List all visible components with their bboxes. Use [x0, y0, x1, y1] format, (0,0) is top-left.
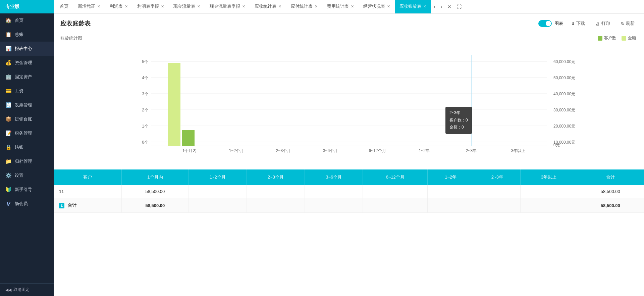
chart-legend: 客户数 金额: [598, 35, 636, 41]
sidebar-unpin-button[interactable]: ◀◀ 取消固定: [0, 283, 54, 296]
sidebar-item-label: 进销台账: [15, 116, 32, 122]
total-y3plus: [521, 198, 577, 213]
svg-text:0元: 0元: [553, 143, 560, 147]
sidebar-item-label: 首页: [15, 17, 23, 23]
settings-icon: ⚙️: [5, 172, 11, 179]
tab-receivable-age[interactable]: 应收账龄表 ✕: [395, 0, 431, 13]
svg-text:40,000.00元: 40,000.00元: [553, 92, 575, 96]
page-actions: 图表 ⬇ 下载 🖨 打印 ↻ 刷新: [538, 19, 637, 28]
tab-profit-quarterly[interactable]: 利润表季报 ✕: [132, 0, 169, 13]
tab-close-icon[interactable]: ✕: [125, 4, 128, 9]
svg-text:4个: 4个: [142, 76, 148, 80]
sidebar-item-settings[interactable]: ⚙️ 设置: [0, 168, 54, 183]
chart-toggle[interactable]: [538, 20, 552, 27]
sidebar-item-salary[interactable]: 💳 工资: [0, 84, 54, 98]
sidebar-item-label: 归档管理: [15, 158, 32, 164]
svg-text:3个: 3个: [142, 92, 148, 96]
tab-scroll-right-button[interactable]: ›: [438, 3, 445, 11]
chart-toggle-wrap: 图表: [538, 20, 563, 27]
tab-close-icon[interactable]: ✕: [197, 4, 200, 9]
svg-text:1个: 1个: [142, 124, 148, 129]
sidebar-item-archive[interactable]: 📁 归档管理: [0, 154, 54, 168]
tab-close-icon[interactable]: ✕: [161, 4, 164, 9]
tab-home[interactable]: 首页: [55, 0, 73, 13]
sidebar-item-vip[interactable]: V 畅会员: [0, 197, 54, 211]
tab-close-icon[interactable]: ✕: [97, 4, 100, 9]
vip-icon: V: [5, 201, 11, 207]
download-button[interactable]: ⬇ 下载: [569, 19, 588, 28]
col-m612: 6~12个月: [363, 169, 428, 185]
tab-scroll-left-button[interactable]: ‹: [431, 3, 438, 11]
cell-m12: [189, 185, 247, 198]
col-m23: 2~3个月: [247, 169, 305, 185]
sidebar-item-fund[interactable]: 💰 资金管理: [0, 56, 54, 70]
tab-close-icon[interactable]: ✕: [423, 4, 426, 9]
sidebar-item-reports[interactable]: 📊 报表中心: [0, 42, 54, 56]
svg-text:0个: 0个: [142, 140, 148, 145]
cell-m612: [363, 185, 428, 198]
bar-customer-0: [182, 130, 195, 146]
total-y23: [474, 198, 521, 213]
tab-operations[interactable]: 经营状况表 ✕: [359, 0, 395, 13]
reports-icon: 📊: [5, 46, 11, 52]
pin-icon: ◀◀: [5, 288, 11, 292]
assets-icon: 🏢: [5, 74, 11, 80]
chart-section: 账龄统计图 客户数 金额 5个 4个 3个 2个 1个: [54, 32, 644, 165]
svg-text:20,000.00元: 20,000.00元: [553, 124, 575, 129]
refresh-button[interactable]: ↻ 刷新: [618, 19, 637, 28]
tab-close-all-button[interactable]: ✕: [445, 3, 454, 11]
col-m36: 3~6个月: [305, 169, 363, 185]
tax-icon: 📝: [5, 130, 11, 136]
refresh-icon: ↻: [621, 21, 625, 26]
svg-text:50,000.00元: 50,000.00元: [553, 76, 575, 80]
tab-bar: 首页 新增凭证 ✕ 利润表 ✕ 利润表季报 ✕ 现金流量表 ✕ 现金流量表季报 …: [54, 0, 644, 14]
tab-close-icon[interactable]: ✕: [278, 4, 281, 9]
tab-close-icon[interactable]: ✕: [315, 4, 318, 9]
total-m12: [189, 198, 247, 213]
tab-new-voucher[interactable]: 新增凭证 ✕: [73, 0, 105, 13]
main-area: 首页 新增凭证 ✕ 利润表 ✕ 利润表季报 ✕ 现金流量表 ✕ 现金流量表季报 …: [54, 0, 644, 296]
sidebar-item-tax[interactable]: 📝 税务管理: [0, 126, 54, 140]
cell-m23: [247, 185, 305, 198]
cell-y23: [474, 185, 521, 198]
tab-expense-stat[interactable]: 费用统计表 ✕: [322, 0, 359, 13]
sidebar-item-home[interactable]: 🏠 首页: [0, 13, 54, 28]
svg-text:30,000.00元: 30,000.00元: [553, 108, 575, 112]
tab-close-icon[interactable]: ✕: [387, 4, 390, 9]
sidebar-item-close[interactable]: 🔒 结账: [0, 140, 54, 154]
cell-total: 58,500.00: [577, 185, 644, 198]
svg-text:2个: 2个: [142, 108, 148, 112]
total-m1: 58,500.00: [122, 198, 189, 213]
tab-close-icon[interactable]: ✕: [351, 4, 354, 9]
legend-amount-label: 金额: [628, 35, 636, 41]
print-button[interactable]: 🖨 打印: [593, 19, 613, 28]
svg-text:2~3年: 2~3年: [466, 148, 477, 153]
sidebar-item-assets[interactable]: 🏢 固定资产: [0, 70, 54, 84]
col-y12: 1~2年: [427, 169, 474, 185]
tab-cashflow[interactable]: 现金流量表 ✕: [169, 0, 205, 13]
tab-receivable-stat[interactable]: 应收统计表 ✕: [250, 0, 286, 13]
sidebar-item-purchase[interactable]: 📦 进销台账: [0, 112, 54, 126]
tab-profit[interactable]: 利润表 ✕: [105, 0, 132, 13]
fund-icon: 💰: [5, 60, 11, 66]
cell-customer: 11: [54, 185, 122, 198]
tab-payable-stat[interactable]: 应付统计表 ✕: [286, 0, 322, 13]
sidebar-item-label: 报表中心: [15, 46, 32, 52]
svg-text:3年以上: 3年以上: [511, 148, 526, 153]
sidebar-item-ledger[interactable]: 📋 总账: [0, 28, 54, 42]
total-m36: [305, 198, 363, 213]
archive-icon: 📁: [5, 158, 11, 164]
sidebar-item-label: 畅会员: [15, 201, 28, 207]
purchase-icon: 📦: [5, 116, 11, 122]
legend-customer-dot: [598, 36, 602, 41]
tab-fullscreen-button[interactable]: ⛶: [454, 3, 464, 11]
sidebar-item-invoice[interactable]: 🧾 发票管理: [0, 98, 54, 112]
tab-close-icon[interactable]: ✕: [242, 4, 245, 9]
svg-text:6~12个月: 6~12个月: [369, 148, 386, 153]
tab-cashflow-quarterly[interactable]: 现金流量表季报 ✕: [205, 0, 250, 13]
sidebar-item-guide[interactable]: 🔰 新手引导: [0, 183, 54, 197]
svg-text:1~2个月: 1~2个月: [229, 148, 244, 153]
ledger-icon: 📋: [5, 32, 11, 38]
col-m12: 1~2个月: [189, 169, 247, 185]
chart-toggle-label: 图表: [554, 20, 563, 27]
